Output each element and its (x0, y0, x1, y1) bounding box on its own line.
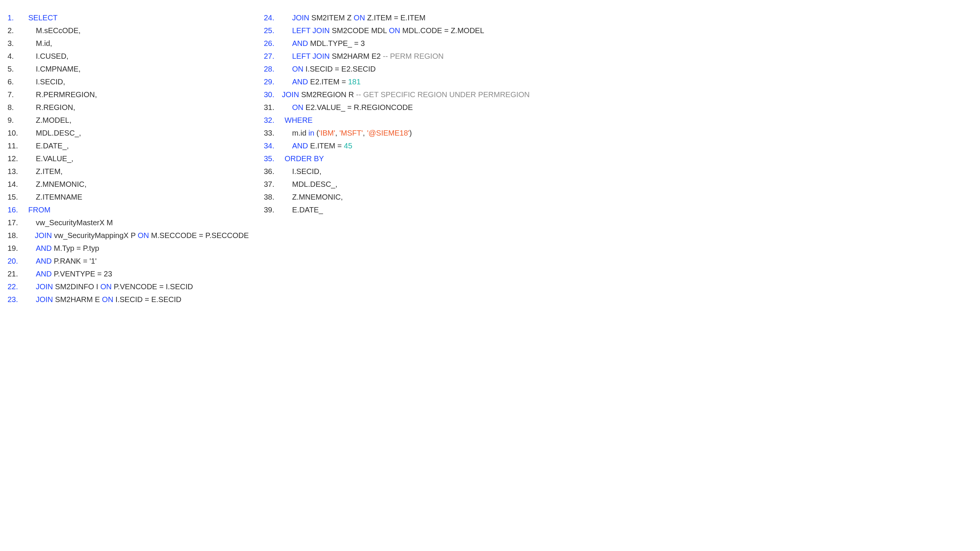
code-line: 6.I.SECID, (8, 75, 249, 88)
line-number: 35. (264, 152, 285, 165)
line-number: 14. (8, 178, 28, 191)
code-line: 31.ON E2.VALUE_ = R.REGIONCODE (264, 101, 505, 114)
code-line: 4.I.CUSED, (8, 50, 249, 62)
code-line: 28.ON I.SECID = E2.SECID (264, 62, 505, 75)
line-number: 38. (264, 191, 285, 203)
code-line: 35.ORDER BY (264, 152, 505, 165)
line-number: 24. (264, 11, 285, 24)
token-id: m.id (292, 129, 308, 137)
token-kw: ON (292, 103, 304, 111)
code-line: 13.Z.ITEM, (8, 165, 249, 178)
line-number: 1. (8, 11, 28, 24)
line-content: m.id in ('IBM', 'MSFT', '@SIEME18') (285, 127, 412, 139)
code-line: 33.m.id in ('IBM', 'MSFT', '@SIEME18') (264, 127, 505, 139)
code-line: 15.Z.ITEMNAME (8, 191, 249, 203)
code-line: 34.AND E.ITEM = 45 (264, 139, 505, 152)
line-content: I.CUSED, (28, 50, 68, 62)
token-id: E.DATE_ (292, 206, 323, 214)
token-kw: SELECT (28, 14, 58, 22)
line-number: 23. (8, 293, 28, 306)
token-id: SM2CODE MDL (330, 26, 389, 35)
line-content: JOIN SM2REGION R -- GET SPECIFIC REGION … (274, 88, 530, 101)
token-kw: FROM (28, 206, 51, 214)
token-id: Z.MNEMONIC, (292, 193, 343, 201)
token-kw: AND (36, 257, 52, 265)
line-number: 30. (264, 88, 274, 101)
code-line: 7.R.PERMREGION, (8, 88, 249, 101)
token-kw: ORDER BY (285, 154, 324, 163)
token-id: SM2REGION R (299, 91, 356, 98)
token-id: MDL.TYPE_ = 3 (308, 39, 365, 48)
line-number: 8. (8, 101, 28, 114)
token-kw: LEFT JOIN (292, 26, 330, 35)
column-left: 1.SELECT2.M.sECcODE,3.M.id,4.I.CUSED,5.I… (8, 11, 249, 306)
line-content: JOIN SM2ITEM Z ON Z.ITEM = E.ITEM (285, 11, 426, 24)
line-content: I.CMPNAME, (28, 62, 81, 75)
line-content: R.REGION, (28, 101, 75, 114)
line-content: Z.ITEMNAME (28, 191, 82, 203)
code-line: 23.JOIN SM2HARM E ON I.SECID = E.SECID (8, 293, 249, 306)
line-number: 22. (8, 280, 28, 293)
line-number: 19. (8, 242, 28, 255)
line-content: R.PERMREGION, (28, 88, 97, 101)
code-line: 39.E.DATE_ (264, 203, 505, 216)
line-content: ON I.SECID = E2.SECID (285, 62, 376, 75)
line-number: 13. (8, 165, 28, 178)
line-number: 3. (8, 37, 28, 50)
line-content: FROM (28, 203, 51, 216)
token-str: 'IBM' (319, 129, 335, 137)
code-line: 29.AND E2.ITEM = 181 (264, 75, 505, 88)
token-id: I.SECID, (36, 78, 65, 86)
token-str: '@SIEME18' (367, 129, 409, 137)
token-id: Z.ITEM, (36, 167, 62, 176)
code-line: 18.JOIN vw_SecurityMappingX P ON M.SECCO… (8, 229, 249, 242)
line-number: 2. (8, 24, 28, 37)
line-content: JOIN SM2HARM E ON I.SECID = E.SECID (28, 293, 181, 306)
sql-code-listing: 1.SELECT2.M.sECcODE,3.M.id,4.I.CUSED,5.I… (0, 0, 980, 313)
line-number: 27. (264, 50, 285, 62)
token-id: SM2DINFO I (53, 283, 101, 291)
line-content: ORDER BY (285, 152, 324, 165)
line-number: 9. (8, 114, 28, 127)
line-content: Z.ITEM, (28, 165, 62, 178)
token-kw: ON (389, 26, 400, 35)
token-id: I.SECID, (292, 167, 321, 176)
line-content: AND P.RANK = '1' (28, 255, 97, 267)
line-number: 26. (264, 37, 285, 50)
token-id: M.sECcODE, (36, 26, 81, 35)
token-id: I.SECID = E.SECID (113, 295, 182, 303)
token-id: R.PERMREGION, (36, 91, 97, 98)
line-number: 20. (8, 255, 28, 267)
line-number: 4. (8, 50, 28, 62)
token-id: Z.MNEMONIC, (36, 180, 86, 188)
token-num: 181 (348, 78, 360, 86)
token-kw: JOIN (292, 14, 309, 22)
token-kw: ON (292, 65, 304, 73)
token-id: Z.MODEL, (36, 116, 71, 124)
line-number: 21. (8, 267, 28, 280)
line-content: Z.MNEMONIC, (285, 191, 343, 203)
token-id: E2.VALUE_ = R.REGIONCODE (304, 103, 413, 111)
column-right: 24.JOIN SM2ITEM Z ON Z.ITEM = E.ITEM25.L… (264, 11, 505, 306)
token-id: P.RANK = '1' (52, 257, 97, 265)
token-kw: JOIN (35, 231, 52, 240)
token-kw: AND (292, 39, 308, 48)
token-id: E.DATE_, (36, 141, 68, 150)
line-content: LEFT JOIN SM2HARM E2 -- PERM REGION (285, 50, 444, 62)
token-id: Z.ITEM = E.ITEM (365, 14, 426, 22)
token-id: vw_SecurityMasterX M (36, 218, 113, 227)
token-id: ( (314, 129, 319, 137)
token-id: , (363, 129, 367, 137)
line-content: AND MDL.TYPE_ = 3 (285, 37, 365, 50)
code-line: 2.M.sECcODE, (8, 24, 249, 37)
token-id: MDL.DESC_, (36, 129, 81, 137)
line-content: M.id, (28, 37, 52, 50)
token-num: 45 (344, 141, 352, 150)
token-id: , (335, 129, 339, 137)
token-kw: JOIN (36, 283, 53, 291)
token-kw: AND (292, 141, 308, 150)
line-number: 12. (8, 152, 28, 165)
line-number: 25. (264, 24, 285, 37)
code-line: 16.FROM (8, 203, 249, 216)
token-id: SM2HARM E2 (330, 52, 383, 60)
